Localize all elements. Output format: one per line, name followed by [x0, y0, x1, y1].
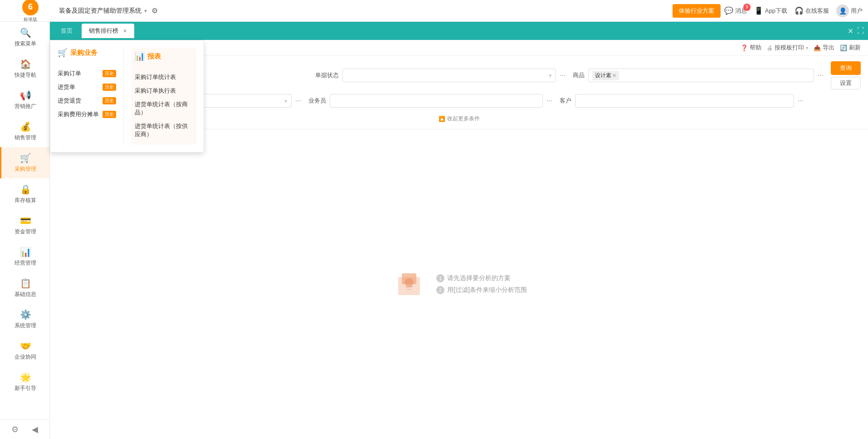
user-action[interactable]: 👤 用户 [836, 5, 863, 17]
voucher-status-input[interactable]: ▾ [342, 69, 556, 82]
export-action[interactable]: 📤 导出 [814, 44, 834, 52]
tab-sales-rank[interactable]: 销售排行榜 ✕ [82, 24, 134, 38]
tab-home[interactable]: 首页 [54, 24, 80, 38]
sidebar-item-guide[interactable]: 🌟 新手引导 [0, 366, 49, 398]
dropdown-item-return[interactable]: 进货退货 历史 [58, 94, 116, 108]
customer-filter-item: 客户 ··· [560, 94, 804, 108]
empty-step-2: 2 用[过滤]条件来缩小分析范围 [436, 286, 527, 294]
sidebar-item-search[interactable]: 🔍 搜索菜单 [0, 22, 49, 53]
sidebar-item-operations[interactable]: 📊 经营管理 [0, 241, 49, 272]
sidebar-settings-icon[interactable]: ⚙ [11, 424, 19, 434]
svg-rect-4 [407, 289, 412, 290]
dropdown-right-item-0[interactable]: 采购订单统计表 [135, 70, 193, 84]
sidebar-item-search-label: 搜索菜单 [15, 40, 36, 48]
message-icon: 💬 [724, 6, 733, 15]
step-num-2: 2 [436, 286, 444, 294]
online-service-action[interactable]: 🎧 在线客服 [795, 6, 829, 15]
app-download-action[interactable]: 📱 App下载 [754, 6, 787, 15]
home-icon: 🏠 [20, 59, 31, 69]
print-icon: 🖨 [767, 44, 773, 51]
refresh-action[interactable]: 🔄 刷新 [840, 44, 861, 52]
top-header: 6 标准版 装备及固定资产辅助管理系统 ▾ ⚙ 体验行业方案 💬 消息 9 📱 … [0, 0, 868, 22]
sidebar-item-basic[interactable]: 📋 基础信息 [0, 272, 49, 304]
sidebar-collapse-icon[interactable]: ◀ [32, 424, 38, 434]
collapse-btn[interactable]: 🔼 收起更多条件 [439, 115, 480, 123]
tab-close-icon[interactable]: ✕ [123, 28, 127, 34]
window-maximize-icon[interactable]: ⛶ [857, 27, 864, 35]
help-action[interactable]: ❓ 帮助 [741, 44, 761, 52]
tab-window-controls: ✕ ⛶ [848, 27, 864, 35]
user-label: 用户 [851, 7, 863, 15]
customer-more-icon[interactable]: ··· [798, 97, 804, 105]
goods-tag-close-icon[interactable]: ✕ [612, 73, 616, 79]
dropdown-right-item-3[interactable]: 进货单统计表（按供应商） [135, 119, 193, 141]
system-icon: ⚙️ [20, 309, 31, 320]
guide-icon: 🌟 [20, 372, 31, 383]
dropdown-left-col: 🛒 采购业务 采购订单 历史 进货单 历史 进货退货 历史 采购费用分摊单 历史 [58, 48, 116, 145]
salesperson-more-icon[interactable]: ··· [546, 97, 552, 105]
tab-bar: 首页 销售排行榜 ✕ ✕ ⛶ [50, 22, 868, 40]
empty-step-1: 1 请先选择要分析的方案 [436, 274, 527, 282]
print-action[interactable]: 🖨 按模板打印 ▾ [767, 44, 808, 52]
print-dropdown-icon[interactable]: ▾ [806, 45, 808, 50]
system-settings-icon[interactable]: ⚙ [151, 6, 158, 15]
tab-home-label: 首页 [61, 27, 73, 35]
goods-more-icon[interactable]: ··· [818, 71, 824, 79]
sidebar: 🔍 搜索菜单 🏠 快捷导航 📢 营销推广 💰 销售管理 🛒 采购管理 🔒 库存核… [0, 22, 50, 439]
industry-btn[interactable]: 体验行业方案 [673, 4, 721, 18]
dropdown-right-item-1[interactable]: 采购订单执行表 [135, 84, 193, 98]
purchase-dropdown-menu: 🛒 采购业务 采购订单 历史 进货单 历史 进货退货 历史 采购费用分摊单 历史… [50, 40, 204, 153]
voucher-status-more-icon[interactable]: ··· [560, 71, 566, 79]
dropdown-item-incoming[interactable]: 进货单 历史 [58, 80, 116, 94]
dropdown-left-title-text: 采购业务 [70, 49, 98, 57]
dropdown-item-label-2: 进货退货 [58, 97, 81, 105]
tab-sales-rank-label: 销售排行榜 [89, 27, 118, 35]
query-button[interactable]: 查询 [831, 61, 861, 75]
sidebar-item-inventory[interactable]: 🔒 库存核算 [0, 178, 49, 210]
salesperson-filter-item: 业务员 ··· [308, 94, 552, 108]
rank-more-icon[interactable]: ··· [295, 97, 301, 105]
message-badge: 9 [743, 4, 751, 11]
message-action[interactable]: 💬 消息 9 [724, 6, 747, 15]
empty-state: 1 请先选择要分析的方案 2 用[过滤]条件来缩小分析范围 [50, 129, 868, 439]
sidebar-item-purchase[interactable]: 🛒 采购管理 [0, 147, 49, 178]
marketing-icon: 📢 [20, 90, 31, 101]
refresh-label: 刷新 [849, 44, 861, 52]
voucher-status-label: 单据状态 [315, 71, 339, 79]
purchase-menu-icon: 🛒 [58, 48, 68, 58]
dropdown-item-expense[interactable]: 采购费用分摊单 历史 [58, 108, 116, 121]
sidebar-item-inventory-label: 库存核算 [15, 197, 36, 204]
operations-icon: 📊 [20, 247, 31, 257]
voucher-status-dropdown-icon: ▾ [549, 72, 552, 79]
sidebar-item-quicknav[interactable]: 🏠 快捷导航 [0, 53, 49, 84]
print-label: 按模板打印 [775, 44, 804, 52]
collapse-chevron-icon: 🔼 [439, 116, 445, 122]
svg-point-2 [405, 278, 414, 286]
sidebar-item-marketing[interactable]: 📢 营销推广 [0, 84, 49, 116]
history-badge-1: 历史 [102, 84, 116, 91]
rank-dropdown-icon: ▾ [284, 98, 288, 104]
sidebar-item-system[interactable]: ⚙️ 系统管理 [0, 304, 49, 335]
salesperson-input[interactable] [330, 94, 543, 108]
empty-step1-text: 请先选择要分析的方案 [447, 274, 511, 282]
goods-input[interactable]: 设计素 ✕ [588, 69, 814, 82]
export-icon: 📤 [814, 44, 821, 51]
dropdown-right-label-1: 采购订单执行表 [135, 87, 176, 94]
logo-area: 6 标准版 [5, 0, 55, 23]
sidebar-item-basic-label: 基础信息 [15, 291, 36, 298]
dropdown-item-purchase-order[interactable]: 采购订单 历史 [58, 67, 116, 80]
basic-icon: 📋 [20, 278, 31, 289]
sidebar-item-enterprise[interactable]: 🤝 企业协同 [0, 335, 49, 366]
purchase-icon: 🛒 [20, 153, 31, 163]
sidebar-item-sales[interactable]: 💰 销售管理 [0, 116, 49, 147]
window-close-icon[interactable]: ✕ [848, 27, 853, 35]
refresh-icon: 🔄 [840, 44, 847, 51]
logo-icon: 6 [22, 0, 39, 15]
title-dropdown-arrow[interactable]: ▾ [144, 8, 147, 14]
dropdown-right-item-2[interactable]: 进货单统计表（按商品） [135, 98, 193, 119]
settings-button[interactable]: 设置 [831, 77, 861, 89]
sidebar-item-finance[interactable]: 💳 资金管理 [0, 210, 49, 241]
customer-input[interactable] [575, 94, 794, 108]
header-right: 💬 消息 9 📱 App下载 🎧 在线客服 👤 用户 [724, 5, 863, 17]
sales-icon: 💰 [20, 121, 31, 132]
